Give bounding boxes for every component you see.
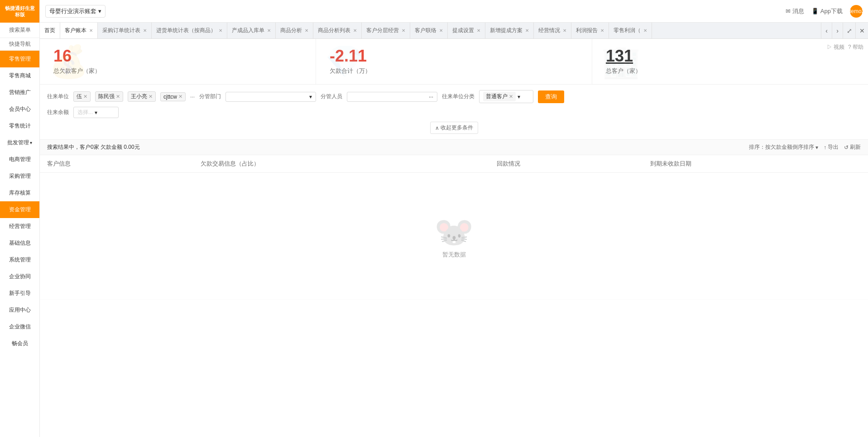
message-button[interactable]: ✉ 消息 [786,7,804,15]
tab-close-prod[interactable]: ✕ [267,28,271,33]
sidebar-quick-nav[interactable]: 快捷导航 [0,38,39,51]
app-download-button[interactable]: 📱 App下载 [811,7,843,15]
more-tags-button[interactable]: ··· [190,94,195,100]
tabbar-close-all-button[interactable]: ✕ [855,23,868,39]
filter-row-2: 往来余额 选择... ▾ [47,107,861,118]
tab-profit-report[interactable]: 利润报告 ✕ [571,23,609,39]
tab-close-np[interactable]: ✕ [525,28,529,33]
tab-close-pr[interactable]: ✕ [600,28,604,33]
tab-close-pal[interactable]: ✕ [353,28,357,33]
tab-close-cc[interactable]: ✕ [439,28,443,33]
collapse-icon: ∧ [435,125,439,131]
stat-bg-icon-total: 🏢 [601,43,641,80]
sort-label: 排序：按欠款金额倒序排序 [749,143,814,151]
sort-selector[interactable]: 排序：按欠款金额倒序排序 ▾ [749,143,818,151]
sidebar-item-basic-info[interactable]: 基础信息 [0,235,39,252]
unit-filter-label: 往来单位 [47,93,69,100]
sidebar-item-retail-mall[interactable]: 零售商城 [0,67,39,84]
main-area: 母婴行业演示账套 ▾ ✉ 消息 📱 App下载 demo2 [40,0,868,437]
sidebar-item-purchase[interactable]: 采购管理 [0,168,39,185]
stat-block-total-customers: 🏢 131 总客户（家） ▷ 视频 ? 帮助 [592,39,868,84]
empty-icon: 🐭 [434,214,474,251]
tab-close-rp[interactable]: ✕ [643,28,647,33]
remove-category-tag[interactable]: ✕ [509,94,513,100]
tenant-selector[interactable]: 母婴行业演示账套 ▾ [45,5,106,18]
col-due-date: 到期未收款日期 [643,155,868,173]
sidebar-search[interactable]: 搜索菜单 [0,23,39,38]
refresh-button[interactable]: ↺ 刷新 [844,143,861,151]
sidebar-item-new-guide[interactable]: 新手引导 [0,285,39,302]
tab-purchase-order[interactable]: 采购订单统计表 ✕ [98,23,152,39]
sidebar-item-member[interactable]: 会员中心 [0,101,39,118]
filter-tag-wu: 伍 ✕ [73,91,91,102]
logo: 畅捷通好生意 标版 [0,0,39,23]
sidebar-item-inventory[interactable]: 库存核算 [0,185,39,201]
content-area: 💰 16 总欠款客户（家） 💎 -2.11 欠款合计（万） 🏢 131 总客户（… [40,39,868,437]
col-customer-info: 客户信息 [40,155,193,173]
remove-tag-chen[interactable]: ✕ [116,94,120,100]
remove-tag-cjttcw[interactable]: ✕ [178,94,182,100]
filter-tag-wang: 王小亮 ✕ [128,91,156,102]
sidebar-item-vip[interactable]: 畅会员 [0,335,39,352]
tab-customer-contact[interactable]: 客户联络 ✕ [410,23,448,39]
sidebar: 畅捷通好生意 标版 搜索菜单 快捷导航 零售管理 零售商城 营销推广 会员中心 … [0,0,40,437]
export-button[interactable]: ↑ 导出 [824,143,839,151]
tab-accounts[interactable]: 客户账本 ✕ [60,23,98,39]
tab-product-analysis-list[interactable]: 商品分析列表 ✕ [313,23,362,39]
remove-tag-wu[interactable]: ✕ [83,94,87,100]
category-selector[interactable]: 普通客户 ✕ ▾ [479,90,533,103]
sidebar-item-wholesale[interactable]: 批发管理 ▾ [0,134,39,151]
col-repayment: 回款情况 [489,155,643,173]
tab-promotion-settings[interactable]: 提成设置 ✕ [448,23,485,39]
sidebar-item-capital[interactable]: 资金管理 [0,201,39,218]
export-icon: ↑ [824,144,826,151]
help-link[interactable]: ? 帮助 [848,43,863,51]
tab-close-ps[interactable]: ✕ [477,28,480,33]
help-icon: ? [848,44,851,50]
tab-customer-segment[interactable]: 客户分层经营 ✕ [362,23,410,39]
tab-inbound-stats[interactable]: 进货单统计表（按商品） ✕ [152,23,227,39]
sidebar-item-ecommerce[interactable]: 电商管理 [0,151,39,168]
tab-close-op[interactable]: ✕ [563,28,566,33]
tabbar-next-arrow[interactable]: › [832,23,843,39]
tabbar-prev-arrow[interactable]: ‹ [821,23,832,39]
sidebar-item-retail-stats[interactable]: 零售统计 [0,118,39,134]
sidebar-item-retail[interactable]: 零售管理 [0,51,39,67]
filter-tag-chen: 陈民强 ✕ [95,91,123,102]
sidebar-item-operations-mgmt[interactable]: 经营管理 [0,218,39,235]
tabbar: 首页 客户账本 ✕ 采购订单统计表 ✕ 进货单统计表（按商品） ✕ 产成品入库单… [40,23,868,39]
balance-selector[interactable]: 选择... ▾ [73,107,119,118]
filter-area: 往来单位 伍 ✕ 陈民强 ✕ 王小亮 ✕ cjttcw [40,85,868,140]
stat-bg-icon-debt: 💎 [325,43,364,80]
person-selector[interactable]: ··· [347,92,437,102]
dept-selector[interactable]: ▾ [225,92,316,102]
tab-operations[interactable]: 经营情况 ✕ [534,23,571,39]
empty-row: 🐭 暂无数据 [40,173,868,300]
sidebar-item-system[interactable]: 系统管理 [0,252,39,268]
tab-close-pa[interactable]: ✕ [305,28,308,33]
tab-new-promotion[interactable]: 新增提成方案 ✕ [485,23,534,39]
stat-block-debt-customers: 💰 16 总欠款客户（家） [40,39,316,84]
sidebar-item-marketing[interactable]: 营销推广 [0,84,39,101]
collapse-button[interactable]: ∧ 收起更多条件 [430,122,478,134]
sidebar-item-app-center[interactable]: 应用中心 [0,302,39,318]
tabbar-maximize-button[interactable]: ⤢ [843,23,855,39]
video-link[interactable]: ▷ 视频 [827,43,844,51]
chevron-down-icon: ▾ [815,144,818,151]
tab-home[interactable]: 首页 [40,23,60,39]
remove-tag-wang[interactable]: ✕ [149,94,153,100]
tab-production-inbound[interactable]: 产成品入库单 ✕ [227,23,276,39]
tab-product-analysis[interactable]: 商品分析 ✕ [276,23,313,39]
tab-close-inbound[interactable]: ✕ [219,28,222,33]
avatar[interactable]: demo2 [850,5,863,18]
tab-close-cs[interactable]: ✕ [402,28,405,33]
sidebar-item-enterprise[interactable]: 企业协同 [0,268,39,285]
query-button[interactable]: 查询 [538,90,564,103]
tab-close-purchase[interactable]: ✕ [143,28,147,33]
stat-block-debt-total: 💎 -2.11 欠款合计（万） [316,39,592,84]
tab-retail-profit[interactable]: 零售利润（ ✕ [609,23,652,39]
empty-text: 暂无数据 [442,251,466,259]
result-info: 搜索结果中，客户0家 欠款金额 0.00元 [47,143,140,151]
tab-close-accounts[interactable]: ✕ [89,28,93,33]
sidebar-item-wechat[interactable]: 企业微信 [0,318,39,335]
